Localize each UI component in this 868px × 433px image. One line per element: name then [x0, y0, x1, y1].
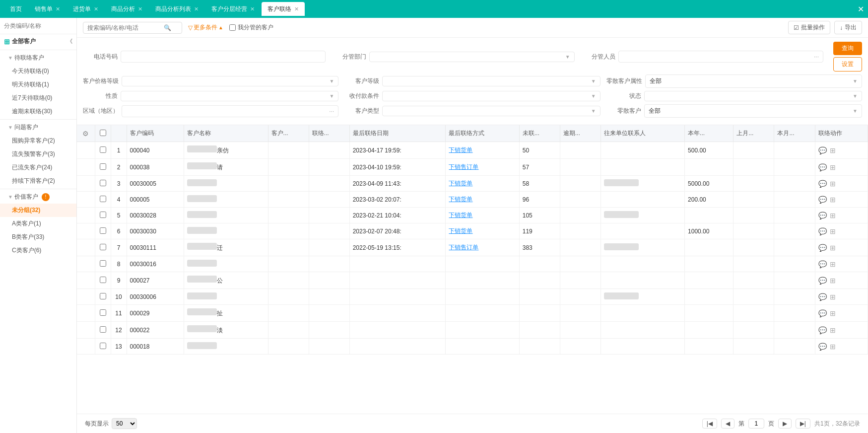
message-icon[interactable]: 💬 [818, 343, 827, 351]
close-analysis-list-icon[interactable]: ✕ [194, 6, 199, 12]
grid-action-icon[interactable]: ⊞ [830, 180, 836, 188]
grid-action-icon[interactable]: ⊞ [830, 326, 836, 334]
th-last-type[interactable]: 最后联络方式 [446, 125, 519, 142]
per-page-select[interactable]: 50 100 200 [112, 418, 137, 429]
row-checkbox[interactable] [100, 163, 106, 170]
th-name[interactable]: 客户名称 [184, 125, 268, 142]
nav-tab-analysis-list[interactable]: 商品分析列表 ✕ [149, 2, 204, 16]
grid-action-icon[interactable]: ⊞ [830, 146, 836, 154]
grid-action-icon[interactable]: ⊞ [830, 343, 836, 351]
row-checkbox[interactable] [100, 343, 106, 349]
last-type-link[interactable]: 下销售订单 [449, 244, 478, 251]
th-checkbox[interactable] [95, 125, 111, 142]
row-checkbox[interactable] [100, 309, 106, 316]
last-type-link[interactable]: 下销货单 [449, 146, 472, 153]
message-icon[interactable]: 💬 [818, 180, 827, 188]
grid-action-icon[interactable]: ⊞ [830, 309, 836, 317]
sidebar-item-7days[interactable]: 近7天待联络(0) [0, 91, 76, 105]
close-analysis-icon[interactable]: ✕ [138, 6, 142, 12]
grid-action-icon[interactable]: ⊞ [830, 244, 836, 252]
message-icon[interactable]: 💬 [818, 309, 827, 317]
nav-tab-purchase[interactable]: 进货单 ✕ [67, 2, 104, 16]
last-type-link[interactable]: 下销售订单 [449, 163, 478, 170]
row-checkbox[interactable] [100, 326, 106, 333]
message-icon[interactable]: 💬 [818, 293, 827, 301]
message-icon[interactable]: 💬 [818, 212, 827, 219]
grid-action-icon[interactable]: ⊞ [830, 163, 836, 171]
sidebar-search-input[interactable] [4, 22, 77, 29]
message-icon[interactable]: 💬 [818, 260, 827, 268]
th-no-contact[interactable]: 未联... [519, 125, 560, 142]
message-icon[interactable]: 💬 [818, 146, 827, 154]
row-checkbox[interactable] [100, 196, 106, 202]
customer-type-select[interactable]: ▼ [382, 106, 600, 116]
th-overdue[interactable]: 逾期... [560, 125, 601, 142]
retail-customer-select[interactable]: 全部 ▼ [644, 104, 862, 118]
message-icon[interactable]: 💬 [818, 196, 827, 204]
sidebar-all-customers[interactable]: ⊞ 全部客户 《 [0, 34, 76, 49]
sidebar-item-a-class[interactable]: A类客户(1) [0, 217, 76, 230]
first-page-btn[interactable]: |◀ [702, 419, 717, 429]
th-contact[interactable]: 联络... [309, 125, 349, 142]
row-checkbox[interactable] [100, 227, 106, 234]
grid-action-icon[interactable]: ⊞ [830, 260, 836, 268]
last-type-link[interactable]: 下销货单 [449, 227, 472, 234]
close-purchase-icon[interactable]: ✕ [94, 6, 98, 12]
grid-action-icon[interactable]: ⊞ [830, 196, 836, 204]
settings-icon[interactable]: ⚙ [82, 130, 89, 138]
nav-tab-sales[interactable]: 销售单 ✕ [29, 2, 66, 16]
th-last-month[interactable]: 上月... [734, 125, 774, 142]
sidebar-item-c-class[interactable]: C类客户(6) [0, 244, 76, 257]
sidebar-item-abnormal[interactable]: 囤购异常客户(2) [0, 134, 76, 147]
message-icon[interactable]: 💬 [818, 326, 827, 334]
row-checkbox[interactable] [100, 212, 106, 218]
dept-select[interactable]: ▼ [369, 52, 574, 62]
nav-tab-analysis[interactable]: 商品分析 ✕ [105, 2, 148, 16]
sidebar-item-b-class[interactable]: B类客户(33) [0, 230, 76, 244]
phone-input[interactable] [121, 51, 326, 63]
row-checkbox[interactable] [100, 260, 106, 267]
sidebar-item-overdue[interactable]: 逾期未联络(30) [0, 105, 76, 118]
grid-action-icon[interactable]: ⊞ [830, 277, 836, 285]
sidebar-item-tomorrow[interactable]: 明天待联络(1) [0, 78, 76, 91]
price-level-select[interactable]: ▼ [122, 76, 338, 86]
close-all-icon[interactable]: ✕ [858, 4, 864, 14]
nav-tab-customer-contact[interactable]: 客户联络 ✕ [262, 2, 305, 16]
th-unit-contact[interactable]: 往来单位联系人 [601, 125, 684, 142]
th-last-date[interactable]: 最后联络日期 [349, 125, 446, 142]
next-page-btn[interactable]: ▶ [778, 419, 792, 429]
close-sales-icon[interactable]: ✕ [56, 6, 60, 12]
payment-select[interactable]: ▼ [382, 91, 600, 101]
region-dots[interactable]: ··· [329, 108, 334, 115]
close-contact-icon[interactable]: ✕ [294, 6, 299, 12]
message-icon[interactable]: 💬 [818, 227, 827, 235]
row-checkbox[interactable] [100, 293, 106, 299]
message-icon[interactable]: 💬 [818, 244, 827, 252]
prev-page-btn[interactable]: ◀ [721, 419, 734, 429]
group-pending-contact[interactable]: ▼ 待联络客户 [0, 51, 76, 65]
select-all-checkbox[interactable] [100, 130, 106, 136]
region-select[interactable]: ··· [122, 105, 338, 117]
last-type-link[interactable]: 下销货单 [449, 212, 472, 218]
manager-dots[interactable]: ··· [814, 53, 819, 60]
group-problem[interactable]: ▼ 问题客户 [0, 121, 76, 134]
status-select[interactable]: ▼ [644, 91, 862, 101]
th-type[interactable]: 客户... [268, 125, 309, 142]
retail-attr-select[interactable]: 全部 ▼ [645, 74, 862, 88]
sidebar-item-churn-warning[interactable]: 流失预警客户(3) [0, 147, 76, 161]
message-icon[interactable]: 💬 [818, 277, 827, 285]
th-code[interactable]: 客户编码 [127, 125, 184, 142]
group-value[interactable]: ▼ 价值客户 ! [0, 190, 76, 204]
th-settings[interactable]: ⚙ [77, 125, 95, 142]
customer-level-select[interactable]: ▼ [382, 76, 600, 86]
last-page-btn[interactable]: ▶| [796, 419, 810, 429]
grid-action-icon[interactable]: ⊞ [830, 212, 836, 219]
th-this-year[interactable]: 本年... [685, 125, 734, 142]
nature-select[interactable]: ▼ [121, 91, 338, 101]
sidebar-item-ungroup[interactable]: 未分组(32) [0, 204, 76, 217]
th-this-month[interactable]: 本月... [774, 125, 815, 142]
nav-tab-customer-segment[interactable]: 客户分层经营 ✕ [205, 2, 261, 16]
batch-ops-btn[interactable]: ☑ 批量操作 [788, 21, 830, 34]
row-checkbox[interactable] [100, 146, 106, 153]
my-customers-check[interactable] [229, 24, 236, 31]
